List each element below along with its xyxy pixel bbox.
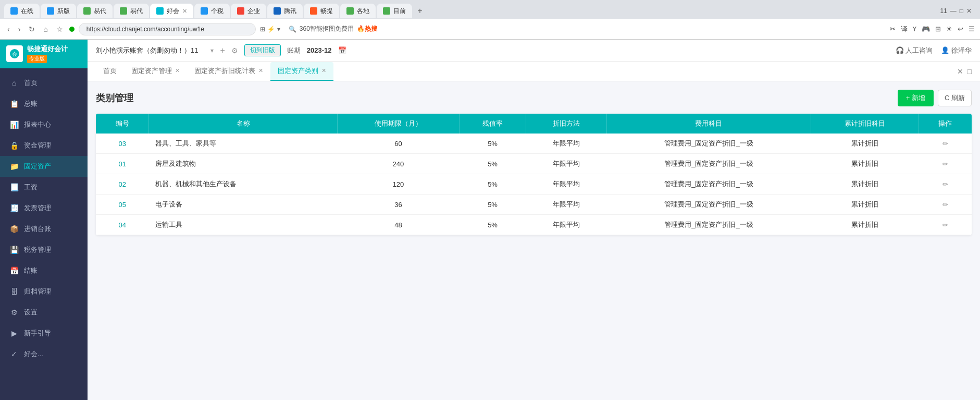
browser-minimize[interactable]: — — [950, 7, 957, 15]
fixed-assets-icon: 📁 — [9, 162, 19, 171]
menu-icon[interactable]: ☰ — [969, 25, 975, 33]
sidebar-label-archive: 归档管理 — [24, 287, 51, 296]
sidebar-label-reports: 报表中心 — [24, 120, 51, 129]
archive-icon: 🗄 — [9, 287, 19, 296]
sidebar-item-settings[interactable]: ⚙ 设置 — [0, 302, 88, 323]
cell-method-1: 年限平均 — [526, 154, 607, 174]
browser-tab-10[interactable]: 各地 — [340, 4, 376, 18]
sidebar-item-reports[interactable]: 📊 报表中心 — [0, 114, 88, 135]
cell-action-4[interactable]: ✏ — [919, 215, 972, 235]
reload-button[interactable]: ↻ — [27, 23, 37, 35]
sidebar-item-inventory[interactable]: 📦 进销台账 — [0, 219, 88, 239]
sidebar-item-funds[interactable]: 🔒 资金管理 — [0, 135, 88, 156]
page-title: 类别管理 — [96, 92, 133, 104]
browser-tab-3[interactable]: 易代 — [77, 4, 113, 18]
browser-tab-6[interactable]: 个税 — [194, 4, 230, 18]
edit-icon-2[interactable]: ✏ — [942, 180, 948, 188]
address-input[interactable]: https://cloud.chanjet.com/accounting/uw1… — [79, 23, 256, 35]
browser-tab-5[interactable]: 好会 ✕ — [150, 4, 193, 18]
sidebar-item-payroll[interactable]: 📃 工资 — [0, 177, 88, 198]
sidebar-item-ledger[interactable]: 📋 总账 — [0, 93, 88, 114]
dropdown-icon[interactable]: ▾ — [277, 26, 280, 33]
cell-action-0[interactable]: ✏ — [919, 134, 972, 154]
cell-accum-1: 累计折旧 — [811, 154, 919, 174]
tab-category-close[interactable]: ✕ — [321, 67, 326, 74]
cell-action-1[interactable]: ✏ — [919, 154, 972, 174]
grid-icon[interactable]: ⊞ — [260, 26, 265, 33]
edit-icon-0[interactable]: ✏ — [942, 140, 948, 148]
edit-icon-4[interactable]: ✏ — [942, 221, 948, 229]
undo-icon[interactable]: ↩ — [958, 25, 963, 33]
tab-fixed-assets-close[interactable]: ✕ — [175, 67, 180, 74]
sidebar-item-good[interactable]: ✓ 好会... — [0, 344, 88, 365]
new-tab-button[interactable]: + — [413, 4, 427, 18]
sidebar-label-payroll: 工资 — [24, 183, 38, 192]
extension-icon[interactable]: ⚡ — [267, 26, 275, 33]
browser-tab-9[interactable]: 畅提 — [304, 4, 339, 18]
brightness-icon[interactable]: ☀ — [946, 25, 952, 33]
edit-icon-3[interactable]: ✏ — [942, 201, 948, 209]
cell-id-3: 05 — [96, 195, 149, 215]
browser-close[interactable]: ✕ — [966, 7, 972, 15]
home-button[interactable]: ⌂ — [41, 23, 49, 35]
edit-icon-1[interactable]: ✏ — [942, 160, 948, 168]
tab-window-close[interactable]: ✕ — [957, 67, 963, 76]
bookmark-button[interactable]: ☆ — [54, 23, 65, 35]
forward-button[interactable]: › — [16, 23, 23, 35]
cell-method-3: 年限平均 — [526, 195, 607, 215]
browser-tab-count: 11 — [940, 7, 947, 15]
tab-favicon-3 — [83, 7, 91, 15]
wallet-icon[interactable]: ¥ — [913, 25, 916, 33]
sidebar-label-settings: 设置 — [24, 308, 38, 317]
tab-close-5[interactable]: ✕ — [182, 8, 187, 15]
col-header-id: 编号 — [96, 114, 149, 134]
sidebar-item-archive[interactable]: 🗄 归档管理 — [0, 281, 88, 302]
scissors-icon[interactable]: ✂ — [890, 25, 896, 33]
browser-tab-11[interactable]: 目前 — [377, 4, 412, 18]
sidebar-item-tax[interactable]: 💾 税务管理 — [0, 239, 88, 260]
sidebar-item-fixed-assets[interactable]: 📁 固定资产 — [0, 156, 88, 177]
closing-icon: 📅 — [9, 266, 19, 275]
translate-icon[interactable]: 译 — [901, 25, 908, 34]
header-right: 🎧 人工咨询 👤 徐泽华 — [896, 46, 972, 55]
cell-rate-4: 5% — [459, 215, 526, 235]
tab-fixed-assets[interactable]: 固定资产管理 ✕ — [124, 62, 187, 81]
browser-tab-8[interactable]: 腾讯 — [267, 4, 303, 18]
tab-depreciation-close[interactable]: ✕ — [258, 67, 263, 74]
browser-maximize[interactable]: □ — [960, 7, 963, 15]
layout-icon[interactable]: ⊞ — [935, 25, 941, 33]
tab-home[interactable]: 首页 — [96, 62, 124, 81]
consult-label[interactable]: 🎧 人工咨询 — [896, 46, 933, 55]
back-button[interactable]: ‹ — [5, 23, 12, 35]
tab-category[interactable]: 固定资产类别 ✕ — [270, 62, 333, 81]
tab-label-5: 好会 — [167, 7, 179, 16]
ledger-icon: 📋 — [9, 99, 19, 108]
browser-tab-1[interactable]: 在线 — [4, 4, 40, 18]
cell-rate-1: 5% — [459, 154, 526, 174]
tab-window-maximize[interactable]: □ — [967, 67, 972, 76]
table-row: 04 运输工具 48 5% 年限平均 管理费用_固定资产折旧_一级 累计折旧 ✏ — [96, 215, 972, 235]
add-button[interactable]: + 新增 — [898, 90, 934, 106]
calendar-icon[interactable]: 📅 — [338, 46, 346, 54]
col-header-accum: 累计折旧科目 — [811, 114, 919, 134]
tab-favicon-8 — [274, 7, 281, 15]
tab-depreciation-table[interactable]: 固定资产折旧统计表 ✕ — [187, 62, 270, 81]
browser-tab-7[interactable]: 企业 — [231, 4, 266, 18]
browser-tab-4[interactable]: 易代 — [114, 4, 149, 18]
sidebar-item-invoice[interactable]: 🧾 发票管理 — [0, 198, 88, 219]
dropdown-btn[interactable]: ▾ — [210, 47, 214, 54]
refresh-button[interactable]: C 刷新 — [938, 90, 972, 106]
switch-version-button[interactable]: 切到旧版 — [244, 44, 281, 56]
game-icon[interactable]: 🎮 — [922, 25, 930, 33]
ssl-icon — [69, 27, 75, 32]
add-account-btn[interactable]: + — [220, 46, 225, 55]
sidebar-item-home[interactable]: ⌂ 首页 — [0, 72, 88, 93]
sidebar-item-closing[interactable]: 📅 结账 — [0, 260, 88, 281]
settings-btn[interactable]: ⚙ — [231, 46, 238, 55]
sidebar-item-guide[interactable]: ▶ 新手引导 — [0, 323, 88, 344]
cell-action-2[interactable]: ✏ — [919, 174, 972, 195]
browser-tab-2[interactable]: 新版 — [41, 4, 76, 18]
user-info[interactable]: 👤 徐泽华 — [941, 46, 972, 55]
cell-action-3[interactable]: ✏ — [919, 195, 972, 215]
user-icon: 👤 — [941, 46, 949, 54]
